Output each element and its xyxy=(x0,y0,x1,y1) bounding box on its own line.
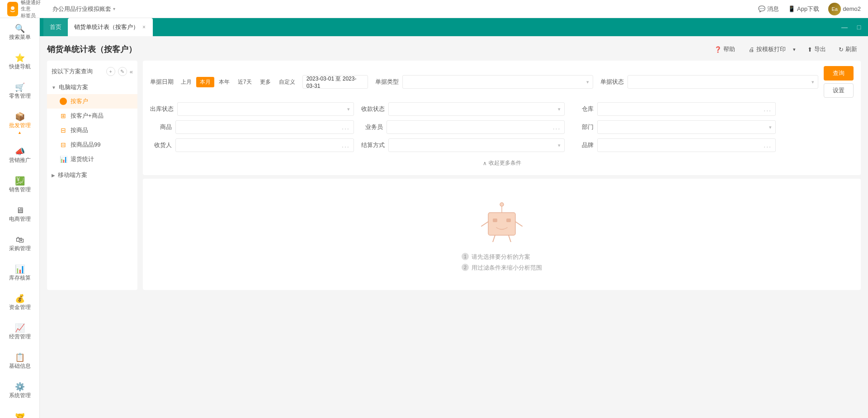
collapse-button[interactable]: ∧ 收起更多条件 xyxy=(150,157,854,170)
sidebar-item-label: 资金管理 xyxy=(9,304,31,311)
sidebar-item-purchase[interactable]: 🛍 采购管理 xyxy=(2,230,38,258)
template-print-dropdown[interactable]: ▾ xyxy=(790,45,798,54)
account-selector[interactable]: 办公用品行业模拟账套 ▾ xyxy=(49,3,119,15)
desktop-group-header[interactable]: ▼ 电脑端方案 xyxy=(47,81,137,94)
salesman-label: 业务员 xyxy=(361,123,387,131)
operations-icon: 📈 xyxy=(15,324,25,332)
collapse-icon: ∧ xyxy=(483,160,487,166)
settings-button[interactable]: 设置 xyxy=(824,83,854,98)
mobile-group-header[interactable]: ▶ 移动端方案 xyxy=(47,168,137,182)
help-button[interactable]: ❓ 帮助 xyxy=(711,43,739,55)
sidebar-item-wholesale[interactable]: 📦 批发管理 ▲ xyxy=(2,107,38,140)
settlement-input[interactable]: ▾ xyxy=(388,138,565,152)
date-tab-this-year[interactable]: 本年 xyxy=(215,77,233,87)
app-container: 畅捷通好生意 标签员 办公用品行业模拟账套 ▾ 💬 消息 📱 App下载 Ea … xyxy=(0,0,868,418)
more-icon[interactable]: ... xyxy=(764,142,772,149)
scheme-panel-title: 按以下方案查询 xyxy=(52,67,93,76)
scheme-item-by-product-99[interactable]: ⊟ 按商品品99 xyxy=(47,138,137,152)
app-download-button[interactable]: 📱 App下载 xyxy=(788,5,819,13)
sidebar-item-operations[interactable]: 📈 经营管理 xyxy=(2,318,38,346)
tab-home[interactable]: 首页 xyxy=(43,18,68,36)
download-icon: 📱 xyxy=(788,5,795,12)
sidebar-item-sales[interactable]: 💹 销售管理 xyxy=(2,171,38,199)
top-bar-right: 💬 消息 📱 App下载 Ea demo2 xyxy=(758,3,861,15)
date-range-input[interactable]: 2023-03-01 至 2023-03-31 xyxy=(302,75,368,89)
filter-row-4: 收货人 ... 结算方式 xyxy=(150,138,854,152)
out-status-label: 出库状态 xyxy=(150,105,177,113)
sidebar-item-label: 基础信息 xyxy=(9,362,31,370)
brand-input[interactable]: ... xyxy=(597,138,776,152)
scheme-item-return-stats[interactable]: 📊 退货统计 xyxy=(47,152,137,166)
inventory-icon: 📊 xyxy=(15,265,25,273)
group-toggle-icon: ▶ xyxy=(52,173,55,178)
department-label: 部门 xyxy=(572,123,597,131)
export-button[interactable]: ⬆ 导出 xyxy=(804,43,830,55)
sidebar-item-enterprise[interactable]: 🤝 企业协同 xyxy=(2,407,38,418)
help-icon: ❓ xyxy=(714,46,722,53)
sidebar-item-ecommerce[interactable]: 🖥 电商管理 xyxy=(2,201,38,228)
group-label: 移动端方案 xyxy=(58,171,87,179)
more-icon[interactable]: ... xyxy=(764,105,772,113)
user-profile[interactable]: Ea demo2 xyxy=(828,3,861,15)
minimize-button[interactable]: — xyxy=(839,22,850,33)
receiver-input[interactable]: ... xyxy=(175,138,354,152)
department-input[interactable]: ▾ xyxy=(597,120,776,134)
sidebar-item-quick-nav[interactable]: ⭐ 快捷导航 xyxy=(2,48,38,76)
collect-status-input[interactable]: ▾ xyxy=(388,102,565,116)
tip-text-2: 用过滤条件来缩小分析范围 xyxy=(472,264,542,272)
scheme-item-by-customer[interactable]: 按客户 xyxy=(47,94,137,109)
date-tab-last-7-days[interactable]: 近7天 xyxy=(234,77,255,87)
scheme-item-by-product[interactable]: ⊟ 按商品 xyxy=(47,123,137,138)
scheme-panel: 按以下方案查询 + ✎ « ▼ 电脑端方案 xyxy=(47,61,137,290)
scheme-panel-header: 按以下方案查询 + ✎ « xyxy=(47,64,137,79)
sidebar-item-marketing[interactable]: 📣 营销推广 xyxy=(2,142,38,170)
more-icon[interactable]: ... xyxy=(342,142,350,149)
sidebar-item-label: 经营管理 xyxy=(9,333,31,341)
sidebar-item-label: 库存核算 xyxy=(9,274,31,282)
doc-type-input[interactable]: ▾ xyxy=(402,75,593,89)
sidebar-item-label: 搜索菜单 xyxy=(9,33,31,41)
collapse-scheme-button[interactable]: « xyxy=(130,68,133,75)
sidebar-item-basic[interactable]: 📋 基础信息 xyxy=(2,348,38,375)
template-print-button[interactable]: 🖨 按模板打印 xyxy=(744,43,790,55)
svg-rect-1 xyxy=(488,213,515,235)
date-tab-more[interactable]: 更多 xyxy=(256,77,274,87)
basic-icon: 📋 xyxy=(15,353,25,361)
salesman-input[interactable]: ... xyxy=(387,120,565,134)
more-icon[interactable]: ... xyxy=(553,124,561,131)
out-status-input[interactable]: ▾ xyxy=(177,102,354,116)
warehouse-filter-field: 仓库 ... xyxy=(572,102,776,116)
message-button[interactable]: 💬 消息 xyxy=(758,5,779,13)
sidebar-item-inventory[interactable]: 📊 库存核算 xyxy=(2,260,38,287)
add-scheme-button[interactable]: + xyxy=(106,67,115,76)
receiver-label: 收货人 xyxy=(150,141,175,149)
more-icon[interactable]: ... xyxy=(342,124,350,131)
date-tab-last-month[interactable]: 上月 xyxy=(177,77,195,87)
sidebar-item-search-menu[interactable]: 🔍 搜索菜单 xyxy=(2,19,38,47)
warehouse-input[interactable]: ... xyxy=(597,102,776,116)
sidebar-item-retail[interactable]: 🛒 零售管理 xyxy=(2,78,38,105)
tab-close-icon[interactable]: × xyxy=(142,23,146,31)
sidebar-item-system[interactable]: ⚙️ 系统管理 xyxy=(2,377,38,405)
date-tab-custom[interactable]: 自定义 xyxy=(275,77,299,87)
doc-status-input[interactable]: ▾ xyxy=(627,75,818,89)
scheme-item-label: 按客户+商品 xyxy=(71,112,104,120)
date-tabs: 上月 本月 本年 近7天 更多 自定义 xyxy=(177,77,299,87)
svg-line-8 xyxy=(493,235,495,242)
sidebar-item-label: 系统管理 xyxy=(9,392,31,399)
sidebar-item-finance[interactable]: 💰 资金管理 xyxy=(2,289,38,317)
svg-line-7 xyxy=(515,222,522,226)
scheme-item-by-customer-product[interactable]: ⊞ 按客户+商品 xyxy=(47,109,137,123)
tab-active[interactable]: 销货单统计表（按客户） × xyxy=(68,18,153,36)
retail-icon: 🛒 xyxy=(15,83,25,91)
sidebar-item-label: 营销推广 xyxy=(9,157,31,164)
refresh-button[interactable]: ↻ 刷新 xyxy=(835,43,861,55)
date-filter-field: 单据日期 上月 本月 本年 近7天 更多 自定义 xyxy=(150,75,368,89)
date-tab-this-month[interactable]: 本月 xyxy=(196,77,214,87)
edit-scheme-button[interactable]: ✎ xyxy=(118,67,127,76)
collapse-label: 收起更多条件 xyxy=(489,159,521,167)
query-button[interactable]: 查询 xyxy=(824,66,854,81)
enterprise-icon: 🤝 xyxy=(15,412,25,418)
maximize-button[interactable]: □ xyxy=(854,22,864,33)
product-input[interactable]: ... xyxy=(175,120,354,134)
